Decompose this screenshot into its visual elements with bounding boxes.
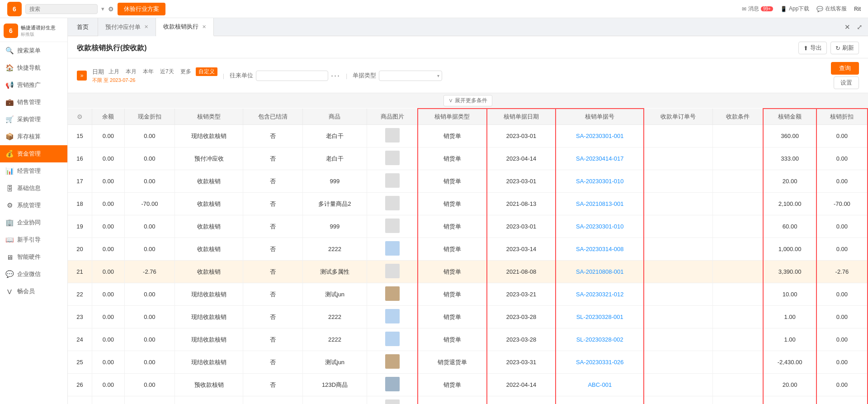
gear-icon[interactable]: ⚙ — [108, 5, 114, 13]
verify-bill-no-link[interactable]: SA-20230301-010 — [576, 223, 624, 230]
company-icon: 🏢 — [5, 219, 14, 227]
layout: 6 畅捷通谱好生意 标推版 🔍 搜索菜单 🏠 快捷导航 📢 营销推广 💼 销售管… — [0, 18, 868, 404]
verify-bill-no-cell[interactable]: SL-20230328-001 — [556, 306, 644, 328]
from-unit-input[interactable] — [256, 71, 328, 81]
date-this-year[interactable]: 本年 — [141, 67, 156, 76]
receipt-condition-cell — [712, 147, 763, 170]
verify-bill-no-cell[interactable]: SA-20210808-001 — [556, 261, 644, 283]
verify-bill-no-cell[interactable]: SL-20230328-002 — [556, 328, 644, 351]
online-service-icon-group[interactable]: 💬 在线客服 — [816, 5, 847, 13]
tab-close-window-button[interactable]: ✕ — [843, 21, 852, 33]
sidebar-item-company[interactable]: 🏢 企业协同 — [0, 214, 67, 231]
table-row: 160.000.00预付冲应收否老白干销货单2023-04-14SA-20230… — [68, 147, 868, 170]
sidebar-item-hardware[interactable]: 🖥 智能硬件 — [0, 248, 67, 266]
sidebar-item-basic[interactable]: 🗄 基础信息 — [0, 180, 67, 197]
tab-receipt-close[interactable]: ✕ — [202, 24, 206, 30]
verify-bill-no-link[interactable]: SA-20210813-001 — [576, 200, 624, 207]
th-gear[interactable]: ⚙ — [68, 109, 92, 125]
receipt-order-no-cell — [644, 125, 712, 147]
verify-bill-no-cell[interactable]: SA-20230414-017 — [556, 147, 644, 170]
verify-bill-type-cell: 销货退货单 — [418, 351, 487, 374]
tab-expand-button[interactable]: ⤢ — [855, 21, 864, 33]
sidebar-item-inventory[interactable]: 📦 库存核算 — [0, 128, 67, 145]
date-more[interactable]: 更多 — [179, 67, 193, 76]
dropdown-arrow[interactable]: ▾ — [101, 5, 104, 12]
date-last-month[interactable]: 上月 — [107, 67, 121, 76]
verify-bill-no-link[interactable]: SA-20210808-001 — [576, 268, 624, 275]
verify-bill-no-link[interactable]: ABC-001 — [588, 381, 612, 388]
date-custom[interactable]: 自定义 — [196, 67, 217, 76]
filter-settings-button[interactable]: 设置 — [834, 76, 859, 89]
row-number: 24 — [68, 328, 92, 351]
sidebar-item-search[interactable]: 🔍 搜索菜单 — [0, 42, 67, 59]
verify-bill-no-cell[interactable]: SA-20230301-001 — [556, 125, 644, 147]
refresh-button[interactable]: ↻ 刷新 — [830, 42, 859, 54]
sidebar-item-member[interactable]: V 畅会员 — [0, 283, 67, 300]
sidebar-item-system[interactable]: ⚙ 系统管理 — [0, 197, 67, 214]
export-button[interactable]: ⬆ 导出 — [798, 42, 827, 54]
receipt-condition-cell — [712, 261, 763, 283]
search-input[interactable] — [25, 4, 98, 14]
verify-bill-date-cell: 2023-03-31 — [487, 351, 556, 374]
sidebar-item-sales[interactable]: 💼 销售管理 — [0, 94, 67, 111]
receipt-order-no-cell — [644, 306, 712, 328]
verify-amount-cell: 2,100.00 — [763, 193, 816, 215]
verify-bill-no-cell[interactable]: SA-20210813-001 — [556, 193, 644, 215]
sidebar-item-finance[interactable]: 💰 资金管理 — [0, 145, 67, 162]
expand-button[interactable]: ∨ 展开更多条件 — [443, 95, 492, 106]
table-row: 200.000.00收款核销否2222销货单2023-03-14SA-20230… — [68, 238, 868, 261]
th-verify-bill-type: 核销单据类型 — [418, 109, 487, 125]
table-wrapper[interactable]: ⚙ 余额 现金折扣 核销类型 包含已结清 商品 商品图片 核销单据类型 核销单据… — [68, 108, 868, 404]
verify-bill-no-link[interactable]: SA-20230414-017 — [576, 155, 624, 162]
verify-bill-no-cell[interactable]: SA-20230301-010 — [556, 170, 644, 193]
verify-bill-no-link[interactable]: SA-20230301-001 — [576, 133, 624, 139]
date-label: 日期 — [92, 68, 104, 76]
filter-collapse-button[interactable]: » — [77, 71, 87, 81]
tab-receipt[interactable]: 收款核销执行 ✕ — [156, 18, 214, 36]
sidebar-item-shortcut[interactable]: 🏠 快捷导航 — [0, 59, 67, 76]
tab-prepay-close[interactable]: ✕ — [144, 24, 148, 30]
query-button[interactable]: 查询 — [831, 62, 859, 75]
sidebar-item-label: 畅会员 — [17, 287, 35, 295]
date-7days[interactable]: 近7天 — [158, 67, 176, 76]
filter-dots[interactable]: ··· — [331, 71, 340, 81]
verify-bill-no-cell[interactable]: SA-20230314-008 — [556, 238, 644, 261]
verify-bill-no-cell[interactable]: SA-20230331-026 — [556, 351, 644, 374]
verify-bill-no-link[interactable]: SL-20230328-001 — [576, 314, 623, 320]
tab-home[interactable]: 首页 — [68, 18, 98, 36]
balance-cell: 0.00 — [92, 147, 124, 170]
goods-cell: 123D商品 — [302, 374, 367, 396]
tab-prepay[interactable]: 预付冲应付单 ✕ — [98, 18, 156, 36]
sidebar-item-label: 新手引导 — [17, 236, 41, 244]
verify-bill-no-cell[interactable]: SL-20230408-001 — [556, 396, 644, 404]
verify-type-cell: 收款核销 — [175, 238, 243, 261]
sidebar-item-wechat[interactable]: 💬 企业微信 — [0, 266, 67, 283]
verify-bill-no-cell[interactable]: ABC-001 — [556, 374, 644, 396]
verify-bill-no-link[interactable]: SA-20230301-010 — [576, 178, 624, 185]
date-this-month[interactable]: 本月 — [124, 67, 138, 76]
verify-discount-cell: 0.00 — [816, 238, 868, 261]
verify-bill-no-link[interactable]: SA-20230321-012 — [576, 291, 624, 298]
message-icon-group[interactable]: ✉ 消息 99+ — [742, 5, 773, 13]
receipt-type-select[interactable] — [379, 71, 442, 81]
verify-discount-cell: 0.00 — [816, 374, 868, 396]
row-number: 21 — [68, 261, 92, 283]
receipt-condition-cell — [712, 215, 763, 238]
sidebar-logo: 6 畅捷通谱好生意 标推版 — [0, 18, 67, 42]
sidebar-item-marketing[interactable]: 📢 营销推广 — [0, 76, 67, 94]
solution-button[interactable]: 休验行业方案 — [118, 3, 165, 15]
user-label[interactable]: Rit — [854, 6, 861, 12]
verify-bill-no-link[interactable]: SL-20230328-002 — [576, 336, 623, 343]
sidebar-item-guide[interactable]: 📖 新手引导 — [0, 231, 67, 248]
app-download-icon-group[interactable]: 📱 App下载 — [780, 5, 809, 13]
balance-cell: 0.00 — [92, 374, 124, 396]
receipt-order-no-cell — [644, 193, 712, 215]
verify-bill-type-cell: 销货单 — [418, 170, 487, 193]
verify-bill-no-cell[interactable]: SA-20230321-012 — [556, 283, 644, 306]
sidebar-item-purchase[interactable]: 🛒 采购管理 — [0, 111, 67, 128]
sidebar-item-operation[interactable]: 📊 经营管理 — [0, 162, 67, 180]
th-verify-type: 核销类型 — [175, 109, 243, 125]
verify-bill-no-cell[interactable]: SA-20230301-010 — [556, 215, 644, 238]
verify-bill-no-link[interactable]: SA-20230331-026 — [576, 359, 624, 366]
verify-bill-no-link[interactable]: SA-20230314-008 — [576, 246, 624, 252]
